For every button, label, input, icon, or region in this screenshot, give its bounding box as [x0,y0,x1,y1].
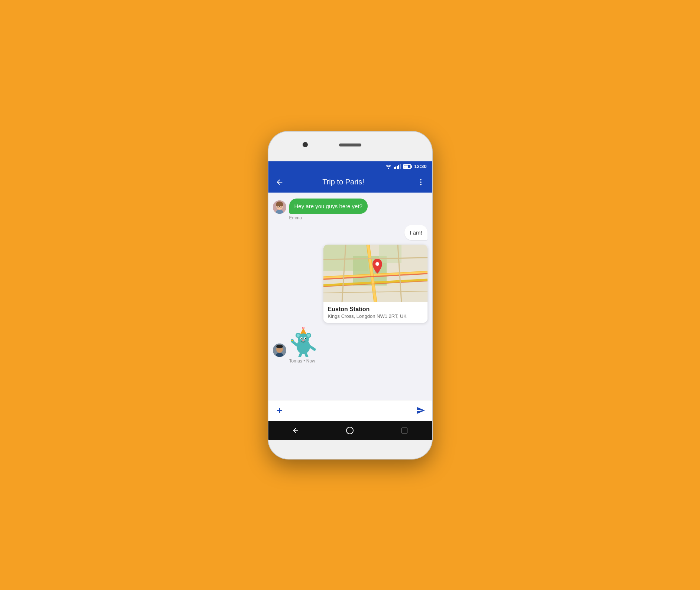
sender-label-emma: Emma [289,215,428,220]
sticker-svg [289,327,319,357]
phone-screen: 12:30 Trip to Paris! [268,161,432,440]
message-bubble-emma: Hey are you guys here yet? [289,199,368,214]
message-row-iam: I am! [273,225,428,240]
svg-point-45 [301,338,302,339]
message-input[interactable] [289,404,411,417]
status-icons: 12:30 [386,164,426,169]
svg-point-47 [302,339,304,341]
svg-point-3 [420,184,422,185]
camera [303,142,308,147]
signal-icon [394,164,401,169]
avatar-emma [273,200,286,214]
android-nav-bar [268,421,432,440]
map-info: Euston Station Kings Cross, Longdon NW1 … [323,302,428,323]
svg-point-36 [303,327,304,328]
message-bubble-iam: I am! [404,225,427,240]
svg-point-2 [420,181,422,183]
map-svg [323,245,428,302]
back-button[interactable] [273,175,286,189]
wifi-icon [386,164,391,169]
message-tomas-sticker: Tomas • Now [273,327,428,364]
status-bar: 12:30 [268,161,432,172]
sticker-row [273,327,428,357]
chat-area: Hey are you guys here yet? Emma I am! [268,193,432,400]
map-card-wrapper: Euston Station Kings Cross, Longdon NW1 … [273,245,428,323]
message-text-iam: I am! [410,229,422,236]
send-button[interactable] [415,404,427,416]
phone-bottom-bar [268,440,432,459]
location-name: Euston Station [328,306,423,313]
svg-point-0 [388,167,389,168]
sticker-character [289,327,319,357]
svg-point-42 [307,334,310,337]
more-options-button[interactable] [414,175,428,189]
speaker [339,144,361,146]
phone-device: 12:30 Trip to Paris! [268,132,432,459]
map-card[interactable]: Euston Station Kings Cross, Longdon NW1 … [323,245,428,323]
svg-point-54 [346,427,353,433]
nav-back-button[interactable] [288,423,303,438]
svg-line-50 [300,353,301,357]
message-row-emma: Hey are you guys here yet? [273,199,428,214]
avatar-tomas [273,344,286,357]
nav-home-button[interactable] [342,423,357,438]
svg-line-51 [306,353,307,357]
svg-point-53 [291,340,293,341]
svg-point-28 [375,262,379,266]
svg-line-49 [310,346,314,349]
svg-rect-7 [276,204,283,206]
phone-top-bar [268,132,432,161]
chat-title: Trip to Paris! [286,178,401,186]
status-time: 12:30 [414,164,426,169]
app-header: Trip to Paris! [268,172,432,193]
message-received-emma: Hey are you guys here yet? Emma [273,199,428,220]
input-bar [268,400,432,421]
svg-rect-55 [402,428,407,433]
svg-point-31 [276,345,283,348]
svg-point-46 [305,338,306,339]
add-button[interactable] [274,404,286,416]
location-address: Kings Cross, Longdon NW1 2RT, UK [328,313,423,319]
battery-icon [403,164,411,169]
map-visual [323,245,428,302]
svg-point-40 [297,334,300,337]
sender-label-tomas: Tomas • Now [289,358,428,364]
nav-recents-button[interactable] [397,423,412,438]
svg-point-1 [420,179,422,180]
message-text-emma: Hey are you guys here yet? [294,203,362,209]
